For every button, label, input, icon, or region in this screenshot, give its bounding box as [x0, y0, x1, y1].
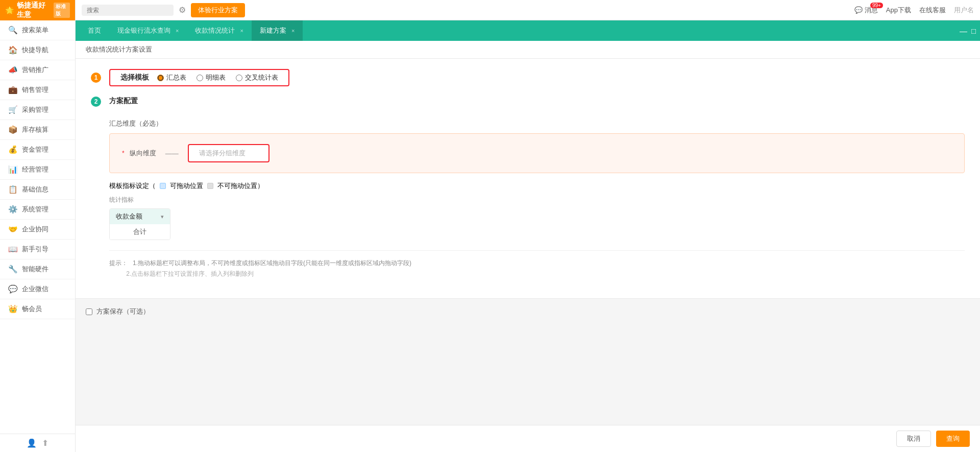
sidebar-label-0: 搜索菜单	[22, 26, 48, 35]
download-btn[interactable]: App下载	[886, 6, 911, 15]
sidebar-item-13[interactable]: 💬 企业微信	[0, 279, 75, 299]
tab-bar: 首页 现金银行流水查询 × 收款情况统计 × 新建方案 × — □	[76, 20, 980, 41]
main-content: ⚙ 体验行业方案 💬 消息 99+ App下载 在线客服 用户名 首页 现金银行…	[76, 0, 980, 452]
sidebar-item-9[interactable]: ⚙️ 系统管理	[0, 200, 75, 220]
tabs-window-controls: — □	[960, 27, 976, 35]
minimize-icon[interactable]: —	[960, 27, 967, 35]
tab-bank-flow-close[interactable]: ×	[176, 28, 179, 34]
query-button[interactable]: 查询	[936, 431, 970, 447]
tab-new-plan[interactable]: 新建方案 ×	[252, 20, 303, 41]
sidebar-icon-4: 🛒	[8, 105, 18, 114]
stats-label: 统计指标	[109, 196, 170, 204]
user-info[interactable]: 用户名	[954, 6, 974, 15]
sidebar-bottom-icon1[interactable]: 👤	[27, 438, 37, 448]
sidebar-item-3[interactable]: 💼 销售管理	[0, 80, 75, 100]
radio-cross-input[interactable]	[236, 75, 242, 81]
radio-summary[interactable]: 汇总表	[157, 73, 186, 82]
metrics-column-stats: 统计指标 收款金额 ▾ 合计	[109, 196, 170, 240]
sidebar-label-6: 资金管理	[22, 145, 48, 154]
form-area: 1 选择模板 汇总表 明细表 交叉统	[76, 59, 980, 298]
tab-collection-stats[interactable]: 收款情况统计 ×	[187, 20, 251, 41]
radio-cross[interactable]: 交叉统计表	[236, 73, 278, 82]
content-area: 收款情况统计方案设置 1 选择模板 汇总表 明细表	[76, 41, 980, 425]
dimension-title: 汇总维度（必选）	[109, 119, 965, 128]
step2-row: 2 方案配置	[91, 97, 965, 107]
sidebar-icon-1: 🏠	[8, 45, 18, 55]
maximize-icon[interactable]: □	[971, 27, 976, 35]
metrics-area-collection: 收款金额 ▾ 合计	[109, 208, 170, 240]
tab-home-label: 首页	[88, 26, 101, 35]
sidebar-item-2[interactable]: 📣 营销推广	[0, 60, 75, 80]
sidebar-item-5[interactable]: 📦 库存核算	[0, 120, 75, 140]
logo-icon: 🌟	[5, 6, 14, 14]
radio-detail-input[interactable]	[197, 75, 203, 81]
tips-title: 提示： 1.拖动标题栏可以调整布局，不可跨维度或指标区域拖动目字段(只能在同一维…	[109, 259, 965, 268]
logo-badge: 标准版	[54, 3, 70, 18]
dimension-select[interactable]: 请选择分组维度	[188, 144, 270, 162]
metrics-table-container: 统计指标 收款金额 ▾ 合计	[109, 196, 965, 240]
footer: 取消 查询	[76, 425, 980, 452]
tips-item2: 2.点击标题栏下拉可设置排序、插入列和删除列	[109, 270, 965, 278]
dimension-arrow: ——	[165, 150, 179, 157]
search-input[interactable]	[82, 5, 174, 16]
movable-label: 可拖动位置	[170, 181, 203, 191]
tab-bank-flow[interactable]: 现金银行流水查询 ×	[109, 20, 187, 41]
config-section: 汇总维度（必选） * 纵向维度 —— 请选择分组维度 模板指标设定（	[91, 111, 965, 288]
sidebar-label-11: 新手引导	[22, 245, 48, 254]
collection-amount-header[interactable]: 收款金额 ▾	[110, 209, 170, 224]
radio-detail-label: 明细表	[206, 73, 226, 82]
tab-collection-stats-label: 收款情况统计	[195, 26, 235, 35]
sidebar-icon-2: 📣	[8, 65, 18, 75]
collection-amount-label: 收款金额	[116, 212, 142, 221]
breadcrumb: 收款情况统计方案设置	[76, 41, 980, 59]
tab-new-plan-label: 新建方案	[260, 26, 286, 35]
sidebar-icon-10: 🤝	[8, 225, 18, 234]
sidebar-label-10: 企业协同	[22, 225, 48, 234]
required-star: *	[122, 150, 125, 157]
fixed-dot	[207, 183, 213, 189]
message-badge: 99+	[870, 3, 883, 8]
sidebar-item-11[interactable]: 📖 新手引导	[0, 240, 75, 259]
radio-detail[interactable]: 明细表	[197, 73, 226, 82]
sidebar-item-12[interactable]: 🔧 智能硬件	[0, 259, 75, 279]
dimension-row: * 纵向维度 —— 请选择分组维度	[122, 144, 952, 162]
metrics-header-row: 模板指标设定（ 可拖动位置 不可拖动位置）	[109, 181, 965, 191]
topbar-right: 💬 消息 99+ App下载 在线客服 用户名	[854, 6, 974, 15]
fixed-label: 不可拖动位置）	[217, 181, 264, 191]
sidebar-item-10[interactable]: 🤝 企业协同	[0, 220, 75, 240]
sidebar-item-8[interactable]: 📋 基础信息	[0, 180, 75, 200]
message-icon: 💬	[854, 6, 863, 14]
sidebar-icon-13: 💬	[8, 284, 18, 294]
sidebar-item-6[interactable]: 💰 资金管理	[0, 140, 75, 160]
sidebar-label-4: 采购管理	[22, 105, 48, 114]
gear-icon[interactable]: ⚙	[179, 5, 186, 15]
tab-home[interactable]: 首页	[80, 20, 109, 41]
sidebar-label-1: 快捷导航	[22, 45, 48, 55]
step1-badge: 1	[91, 73, 101, 83]
sidebar-icon-0: 🔍	[8, 26, 18, 35]
sidebar-item-7[interactable]: 📊 经营管理	[0, 160, 75, 180]
sidebar-item-1[interactable]: 🏠 快捷导航	[0, 40, 75, 60]
tips-section: 提示： 1.拖动标题栏可以调整布局，不可跨维度或指标区域拖动目字段(只能在同一维…	[109, 250, 965, 278]
sidebar-item-14[interactable]: 👑 畅会员	[0, 299, 75, 319]
metrics-config-label: 模板指标设定（	[109, 181, 156, 191]
radio-summary-input[interactable]	[157, 75, 164, 81]
movable-dot	[160, 183, 166, 189]
service-btn[interactable]: 在线客服	[919, 6, 946, 15]
radio-cross-label: 交叉统计表	[245, 73, 278, 82]
cancel-button[interactable]: 取消	[896, 431, 931, 447]
sidebar-icon-12: 🔧	[8, 265, 18, 274]
tab-new-plan-close[interactable]: ×	[291, 28, 295, 34]
template-select-box: 选择模板 汇总表 明细表 交叉统计表	[109, 69, 289, 86]
dimension-box: * 纵向维度 —— 请选择分组维度	[109, 133, 965, 173]
message-btn[interactable]: 💬 消息 99+	[854, 6, 878, 15]
sidebar-item-0[interactable]: 🔍 搜索菜单	[0, 20, 75, 40]
sidebar-bottom-icon2[interactable]: ⬆	[42, 438, 48, 448]
save-checkbox[interactable]	[86, 308, 92, 315]
tab-collection-stats-close[interactable]: ×	[240, 28, 243, 34]
save-row: 方案保存（可选）	[76, 298, 980, 324]
sidebar-label-14: 畅会员	[22, 304, 42, 314]
sidebar-item-4[interactable]: 🛒 采购管理	[0, 100, 75, 120]
industry-btn[interactable]: 体验行业方案	[191, 3, 245, 17]
sidebar-icon-14: 👑	[8, 304, 18, 314]
